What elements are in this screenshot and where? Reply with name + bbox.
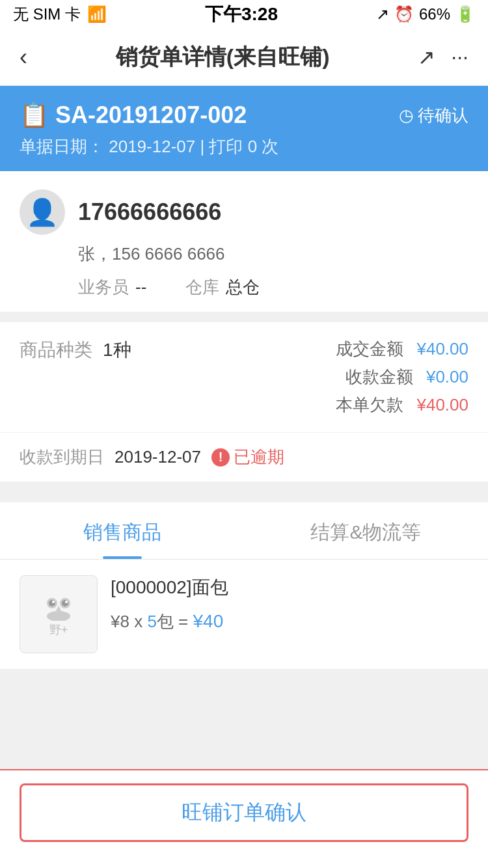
status-time: 下午3:28	[205, 2, 278, 27]
status-bar: 无 SIM 卡 📶 下午3:28 ↗ ⏰ 66% 🔋	[0, 0, 488, 29]
overdue-badge: ! 已逾期	[211, 446, 284, 468]
date-label: 单据日期：	[20, 137, 104, 156]
location-icon: ↗	[376, 5, 389, 23]
received-amount: 收款金额 ¥0.00	[346, 366, 468, 388]
product-logo-icon	[39, 591, 78, 621]
owed-amount: 本单欠款 ¥40.00	[336, 394, 468, 416]
date-value: 2019-12-07	[109, 137, 195, 156]
customer-phone: 17666666666	[78, 198, 221, 226]
product-image: 野+	[20, 575, 98, 653]
sales-meta: 业务员 --	[78, 276, 146, 299]
equals-sign: =	[174, 612, 193, 631]
bottom-bar: 旺铺订单确认	[0, 769, 488, 868]
product-type: 商品种类 1种	[20, 338, 131, 362]
customer-top: 👤 17666666666	[20, 189, 468, 235]
tab-settlement-label: 结算&物流等	[310, 521, 421, 543]
deal-amount-label: 成交金额	[336, 338, 403, 360]
wifi-icon: 📶	[87, 5, 107, 23]
product-type-value: 1种	[103, 338, 131, 362]
overdue-text: 已逾期	[234, 446, 284, 468]
sales-value: --	[135, 277, 146, 297]
product-info: [0000002]面包 ¥8 x 5包 = ¥40	[111, 575, 468, 633]
product-total: ¥40	[193, 611, 223, 631]
battery-text: 66%	[419, 5, 450, 23]
customer-meta: 业务员 -- 仓库 总仓	[78, 276, 468, 299]
deal-amount-value: ¥40.00	[416, 339, 468, 359]
sales-label: 业务员	[78, 276, 129, 299]
amount-right: 成交金额 ¥40.00 收款金额 ¥0.00 本单欠款 ¥40.00	[336, 338, 468, 416]
separator: |	[200, 137, 209, 156]
print-unit: 次	[262, 137, 278, 156]
product-price: ¥8 x 5包 = ¥40	[111, 610, 468, 633]
status-right: ↗ ⏰ 66% 🔋	[376, 5, 475, 23]
product-quantity: 5	[147, 612, 156, 631]
alarm-icon: ⏰	[394, 5, 414, 23]
divider-2	[0, 481, 488, 492]
print-count: 0	[248, 137, 257, 156]
tabs: 销售商品 结算&物流等	[0, 502, 488, 560]
avatar: 👤	[20, 189, 65, 235]
order-header: 📋 SA-20191207-002 ◷ 待确认 单据日期： 2019-12-07…	[0, 86, 488, 171]
print-label: 打印	[209, 137, 243, 156]
order-number-text: SA-20191207-002	[55, 102, 247, 129]
user-icon: 👤	[26, 197, 59, 228]
product-name: [0000002]面包	[111, 575, 468, 600]
warehouse-label: 仓库	[185, 276, 219, 299]
clock-icon: ◷	[399, 105, 414, 126]
owed-label: 本单欠款	[336, 394, 403, 416]
deal-amount: 成交金额 ¥40.00	[336, 338, 468, 360]
svg-marker-6	[56, 606, 61, 611]
carrier-text: 无 SIM 卡	[13, 4, 81, 25]
svg-point-2	[49, 600, 55, 606]
due-label: 收款到期日	[20, 446, 104, 468]
nav-bar: ‹ 销货单详情(来自旺铺) ↗︎ ···	[0, 29, 488, 86]
order-number-row: 📋 SA-20191207-002	[20, 102, 247, 129]
status-left: 无 SIM 卡 📶	[13, 4, 107, 25]
tab-settlement[interactable]: 结算&物流等	[244, 502, 488, 559]
order-status: ◷ 待确认	[399, 104, 468, 127]
warehouse-value: 总仓	[226, 276, 260, 299]
order-date-row: 单据日期： 2019-12-07 | 打印 0 次	[20, 135, 468, 158]
received-label: 收款金额	[346, 366, 413, 388]
amount-row: 商品种类 1种 成交金额 ¥40.00 收款金额 ¥0.00 本单欠款 ¥40.…	[20, 338, 468, 416]
page-title: 销货单详情(来自旺铺)	[116, 42, 330, 72]
product-item: 野+ [0000002]面包 ¥8 x 5包 = ¥40	[0, 560, 488, 669]
confirm-button[interactable]: 旺铺订单确认	[20, 783, 468, 842]
customer-name: 张，156 6666 6666	[78, 243, 468, 265]
nav-actions: ↗︎ ···	[418, 45, 468, 70]
tabs-container: 销售商品 结算&物流等	[0, 502, 488, 669]
divider-1	[0, 312, 488, 322]
warehouse-meta: 仓库 总仓	[185, 276, 260, 299]
tab-products-label: 销售商品	[83, 521, 161, 543]
tab-products[interactable]: 销售商品	[0, 502, 244, 559]
svg-point-3	[62, 600, 68, 606]
customer-section: 👤 17666666666 张，156 6666 6666 业务员 -- 仓库 …	[0, 171, 488, 312]
owed-value: ¥40.00	[416, 395, 468, 415]
back-button[interactable]: ‹	[20, 44, 27, 71]
document-icon: 📋	[20, 102, 49, 129]
svg-point-5	[65, 601, 68, 603]
svg-point-7	[47, 611, 70, 621]
due-date-section: 收款到期日 2019-12-07 ! 已逾期	[0, 432, 488, 481]
share-icon[interactable]: ↗︎	[418, 45, 435, 70]
product-type-label: 商品种类	[20, 338, 92, 362]
due-date-value: 2019-12-07	[115, 447, 201, 467]
status-text: 待确认	[418, 104, 468, 127]
quantity-unit: 包	[157, 612, 174, 631]
overdue-icon: !	[211, 448, 230, 467]
battery-icon: 🔋	[455, 5, 475, 23]
price-formula: ¥8 x	[111, 612, 147, 631]
amount-section: 商品种类 1种 成交金额 ¥40.00 收款金额 ¥0.00 本单欠款 ¥40.…	[0, 322, 488, 432]
more-icon[interactable]: ···	[451, 45, 468, 69]
svg-point-4	[52, 601, 55, 603]
received-value: ¥0.00	[426, 367, 468, 387]
